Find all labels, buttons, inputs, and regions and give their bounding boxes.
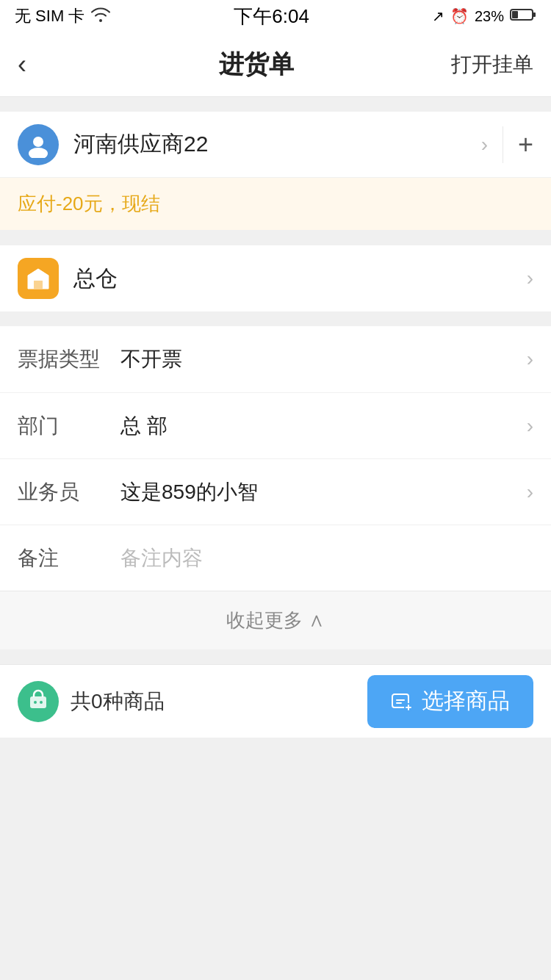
nav-bar: ‹ 进货单 打开挂单	[0, 32, 551, 97]
warehouse-name: 总仓	[73, 264, 527, 294]
vertical-divider	[503, 126, 503, 163]
salesperson-value: 这是859的小智	[120, 478, 527, 506]
goods-icon-wrap	[18, 681, 59, 722]
warehouse-chevron-icon: ›	[527, 267, 533, 290]
svg-point-3	[33, 137, 43, 147]
svg-rect-2	[512, 11, 518, 18]
alarm-icon: ⏰	[450, 7, 469, 25]
status-left: 无 SIM 卡	[15, 5, 111, 27]
wifi-icon	[90, 6, 111, 26]
remark-row[interactable]: 备注 备注内容	[0, 525, 551, 591]
supplier-card: 河南供应商22 › + 应付-20元，现结	[0, 112, 551, 231]
section-gap-3	[0, 311, 551, 326]
status-bar: 无 SIM 卡 下午6:04 ↗ ⏰ 23%	[0, 0, 551, 32]
remark-input[interactable]: 备注内容	[120, 544, 533, 572]
warehouse-icon-wrap	[18, 258, 59, 299]
dept-chevron-icon: ›	[527, 414, 533, 438]
bottom-content	[0, 738, 551, 958]
status-time: 下午6:04	[234, 4, 309, 29]
warehouse-card: 总仓 ›	[0, 245, 551, 311]
invoice-chevron-icon: ›	[527, 347, 533, 371]
form-card: 票据类型 不开票 › 部门 总 部 › 业务员 这是859的小智 › 备注 备注…	[0, 326, 551, 649]
svg-point-9	[40, 701, 43, 704]
invoice-value: 不开票	[120, 345, 527, 373]
add-supplier-button[interactable]: +	[518, 129, 533, 160]
goods-count-wrap: 共0种商品	[18, 681, 165, 722]
dept-label: 部门	[18, 412, 120, 440]
location-icon: ↗	[432, 7, 444, 25]
salesperson-chevron-icon: ›	[527, 480, 533, 504]
bottom-bar: 共0种商品 选择商品	[0, 664, 551, 738]
supplier-chevron-icon: ›	[481, 133, 488, 156]
status-right: ↗ ⏰ 23%	[432, 7, 536, 25]
supplier-avatar	[18, 124, 59, 165]
supplier-row[interactable]: 河南供应商22 › +	[0, 112, 551, 178]
svg-rect-1	[533, 12, 536, 17]
goods-count-text: 共0种商品	[71, 688, 165, 716]
supplier-info-banner: 应付-20元，现结	[0, 178, 551, 231]
open-pending-button[interactable]: 打开挂单	[451, 51, 533, 79]
salesperson-label: 业务员	[18, 478, 120, 506]
battery-icon	[510, 8, 536, 25]
dept-row[interactable]: 部门 总 部 ›	[0, 392, 551, 458]
collapse-label: 收起更多 ∧	[226, 608, 324, 633]
svg-point-4	[29, 148, 48, 158]
supplier-name: 河南供应商22	[73, 129, 481, 159]
sim-label: 无 SIM 卡	[15, 5, 84, 27]
invoice-label: 票据类型	[18, 345, 120, 373]
page-title: 进货单	[219, 48, 294, 82]
back-button[interactable]: ‹	[18, 49, 62, 80]
remark-label: 备注	[18, 544, 120, 572]
svg-rect-6	[34, 281, 43, 289]
salesperson-row[interactable]: 业务员 这是859的小智 ›	[0, 458, 551, 525]
select-goods-button[interactable]: 选择商品	[367, 675, 533, 728]
section-gap-1	[0, 97, 551, 112]
invoice-type-row[interactable]: 票据类型 不开票 ›	[0, 326, 551, 392]
dept-value: 总 部	[120, 412, 527, 440]
svg-rect-7	[30, 696, 46, 708]
warehouse-row[interactable]: 总仓 ›	[0, 245, 551, 311]
select-btn-label: 选择商品	[422, 686, 510, 716]
collapse-row[interactable]: 收起更多 ∧	[0, 591, 551, 649]
section-gap-2	[0, 231, 551, 245]
svg-point-8	[34, 701, 37, 704]
battery-label: 23%	[475, 8, 504, 25]
